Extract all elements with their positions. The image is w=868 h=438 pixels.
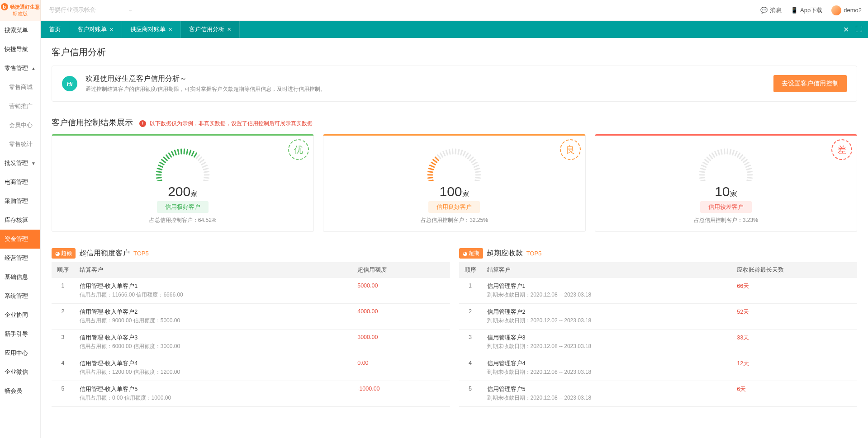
nav-item[interactable]: 企业微信 <box>0 363 40 381</box>
nav-item[interactable]: 资金管理 <box>0 230 40 249</box>
cell-customer: 信用管理客户2 到期未收款日期：2020.12.02 -- 2023.03.18 <box>482 304 732 330</box>
tab-close-icon[interactable]: ✕ <box>168 27 172 33</box>
svg-line-77 <box>718 151 719 155</box>
nav-item[interactable]: 零售统计 <box>0 135 40 154</box>
table-row[interactable]: 1 信用管理-收入单客户1 信用占用额：11666.00 信用额度：6666.0… <box>52 278 450 304</box>
tab-label: 客户信用分析 <box>189 25 224 33</box>
svg-line-37 <box>429 169 434 170</box>
tab[interactable]: 客户对账单✕ <box>69 21 122 38</box>
nav-item-label: 零售管理 <box>5 64 28 72</box>
message-label: 消息 <box>770 6 782 14</box>
cell-value: 33天 <box>731 330 857 355</box>
svg-line-61 <box>476 178 480 178</box>
overquota-table: 顺序 结算客户 超信用额度 1 信用管理-收入单客户1 信用占用额：11666.… <box>52 262 450 407</box>
svg-line-72 <box>705 160 708 162</box>
nav-item[interactable]: 会员中心 <box>0 116 40 135</box>
svg-line-18 <box>190 151 191 155</box>
nav-item-label: 搜索菜单 <box>5 26 28 34</box>
logo-brand: 畅捷通好生意 <box>10 4 40 10</box>
nav-item[interactable]: 畅会员 <box>0 381 40 400</box>
section-note-wrap: ! 以下数据仅为示例，非真实数据，设置了信用控制后可展示真实数据 <box>139 120 313 127</box>
nav-item-label: 库存核算 <box>5 216 28 224</box>
nav-item[interactable]: 电商管理 <box>0 173 40 192</box>
overdue-title: 超期应收款 <box>487 249 523 258</box>
fullscreen-icon[interactable]: ⛶ <box>855 25 863 33</box>
nav-item[interactable]: 系统管理 <box>0 287 40 306</box>
logo: b 畅捷通好生意 标准版 <box>0 0 41 21</box>
grade-badge-icon: 良 <box>560 139 581 160</box>
table-row[interactable]: 3 信用管理客户3 到期未收款日期：2020.12.08 -- 2023.03.… <box>459 330 858 355</box>
cell-customer: 信用管理-收入单客户3 信用占用额：6000.00 信用额度：3000.00 <box>74 330 352 355</box>
nav-item[interactable]: 应用中心 <box>0 344 40 363</box>
nav-item[interactable]: 经营管理 <box>0 249 40 268</box>
nav-item[interactable]: 搜索菜单 <box>0 21 40 40</box>
logo-edition: 标准版 <box>13 10 28 17</box>
tab-close-icon[interactable]: ✕ <box>227 27 231 33</box>
tab-label: 客户对账单 <box>77 25 107 33</box>
section-note: 以下数据仅为示例，非真实数据，设置了信用控制后可展示真实数据 <box>150 120 313 127</box>
close-all-icon[interactable]: ✕ <box>843 25 849 34</box>
svg-line-21 <box>196 155 199 159</box>
svg-line-46 <box>450 150 451 154</box>
cell-customer: 信用管理客户5 到期未收款日期：2020.12.08 -- 2023.03.18 <box>482 381 732 407</box>
table-row[interactable]: 2 信用管理-收入单客户2 信用占用额：9000.00 信用额度：5000.00… <box>52 304 450 330</box>
nav-item-label: 零售商城 <box>9 83 33 91</box>
svg-line-20 <box>194 153 197 157</box>
table-row[interactable]: 1 信用管理客户1 到期未收款日期：2020.12.08 -- 2023.03.… <box>459 278 858 304</box>
nav-item[interactable]: 基础信息 <box>0 268 40 287</box>
nav-item[interactable]: 企业协同 <box>0 306 40 325</box>
cell-customer: 信用管理-收入单客户5 信用占用额：0.00 信用额度：1000.00 <box>74 381 352 407</box>
svg-line-88 <box>745 162 749 165</box>
cell-idx: 1 <box>459 278 482 304</box>
th-idx: 顺序 <box>52 262 74 278</box>
goto-setting-button[interactable]: 去设置客户信用控制 <box>773 75 847 92</box>
app-download[interactable]: 📱 App下载 <box>791 6 822 14</box>
nav-item[interactable]: 批发管理▼ <box>0 154 40 173</box>
svg-line-19 <box>192 151 194 155</box>
table-row[interactable]: 4 信用管理-收入单客户4 信用占用额：1200.00 信用额度：1200.00… <box>52 355 450 381</box>
nav-item[interactable]: 新手引导 <box>0 325 40 344</box>
nav-item[interactable]: 零售管理▲ <box>0 59 40 78</box>
cell-idx: 5 <box>459 381 482 407</box>
cell-idx: 1 <box>52 278 74 304</box>
svg-line-34 <box>428 178 433 178</box>
username: demo2 <box>844 7 862 14</box>
svg-line-43 <box>441 153 443 157</box>
svg-line-65 <box>700 180 705 181</box>
nav-item-label: 资金管理 <box>5 235 28 243</box>
table-row[interactable]: 4 信用管理客户4 到期未收款日期：2020.12.08 -- 2023.03.… <box>459 355 858 381</box>
tabs-bar: 首页客户对账单✕供应商对账单✕客户信用分析✕ ✕ ⛶ <box>41 21 868 38</box>
nav-item-label: 应用中心 <box>5 349 28 357</box>
svg-line-27 <box>204 172 209 172</box>
nav-item[interactable]: 库存核算 <box>0 211 40 230</box>
page-body: 客户信用分析 Hi 欢迎使用好生意客户信用分析～ 通过控制结算客户的信用额度/信… <box>41 38 868 438</box>
nav-item-label: 畅会员 <box>5 387 22 395</box>
table-row[interactable]: 3 信用管理-收入单客户3 信用占用额：6000.00 信用额度：3000.00… <box>52 330 450 355</box>
tenant-name: 母婴行业演示帐套 <box>49 6 96 14</box>
table-row[interactable]: 5 信用管理客户5 到期未收款日期：2020.12.08 -- 2023.03.… <box>459 381 858 407</box>
svg-line-93 <box>748 178 752 178</box>
clock-icon: ◕ <box>463 250 467 257</box>
message-entry[interactable]: 💬 消息 <box>760 6 782 14</box>
welcome-subtitle: 通过控制结算客户的信用额度/信用期限，可实时掌握客户欠款超期等信用信息，及时进行… <box>85 85 326 93</box>
nav-item[interactable]: 零售商城 <box>0 78 40 97</box>
credit-card: 差 10家 信用较差客户 占总信用控制客户：3.23% <box>595 134 857 232</box>
warning-icon: ! <box>139 120 146 127</box>
tab[interactable]: 首页 <box>41 21 69 38</box>
nav-item[interactable]: 营销推广 <box>0 97 40 116</box>
table-row[interactable]: 2 信用管理客户2 到期未收款日期：2020.12.02 -- 2023.03.… <box>459 304 858 330</box>
svg-line-7 <box>160 162 164 165</box>
tab-close-icon[interactable]: ✕ <box>109 27 114 33</box>
cell-customer: 信用管理-收入单客户4 信用占用额：1200.00 信用额度：1200.00 <box>74 355 352 381</box>
tab[interactable]: 客户信用分析✕ <box>181 21 240 38</box>
table-row[interactable]: 5 信用管理-收入单客户5 信用占用额：0.00 信用额度：1000.00 -1… <box>52 381 450 407</box>
svg-line-71 <box>703 162 707 165</box>
tab[interactable]: 供应商对账单✕ <box>122 21 181 38</box>
tenant-select[interactable]: 母婴行业演示帐套 ⌄ <box>48 4 134 16</box>
nav-item[interactable]: 快捷导航 <box>0 40 40 59</box>
nav-item[interactable]: 采购管理 <box>0 192 40 211</box>
svg-line-66 <box>700 178 704 178</box>
svg-line-59 <box>476 172 480 172</box>
overdue-tag: ◕ 超期 <box>459 248 483 259</box>
user-menu[interactable]: demo2 <box>831 5 862 15</box>
